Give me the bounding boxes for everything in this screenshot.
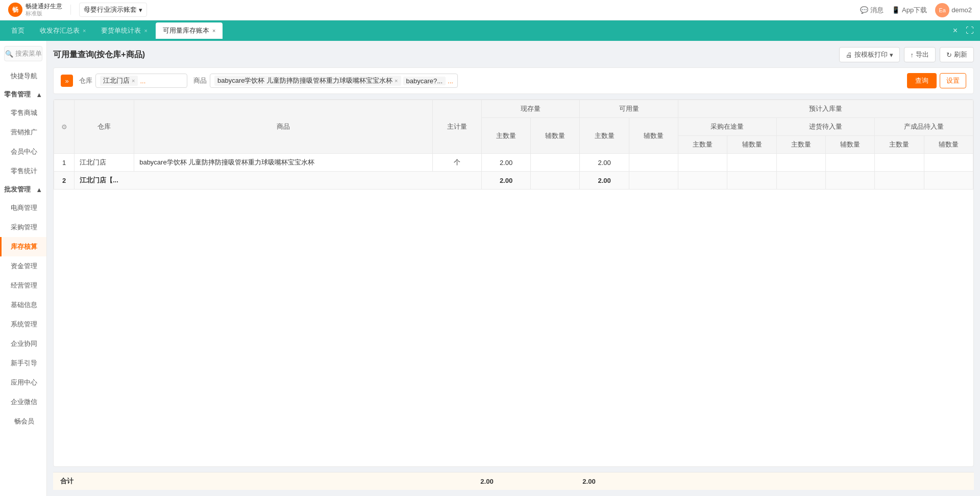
warehouse-tag-close[interactable]: × — [132, 78, 135, 84]
tab-stock-summary-close[interactable]: × — [83, 28, 86, 34]
warehouse-more-btn[interactable]: ... — [140, 77, 145, 85]
export-btn[interactable]: ↑ 导出 — [904, 47, 936, 62]
app-download-btn[interactable]: 📱 App下载 — [892, 6, 927, 15]
col-avail-sub-header: 辅数量 — [629, 118, 678, 154]
sidebar-item-marketing[interactable]: 营销推广 — [0, 123, 46, 142]
logo-icon: 畅 — [8, 3, 22, 17]
row-stock-sub — [531, 154, 580, 172]
subtotal-p5 — [875, 172, 924, 190]
sidebar-item-finance[interactable]: 资金管理 — [0, 256, 46, 276]
tab-available-stock-label: 可用量库存账本 — [163, 26, 209, 35]
close-all-tabs-btn[interactable]: × — [951, 24, 960, 37]
tab-available-stock[interactable]: 可用量库存账本 × — [156, 22, 223, 39]
sidebar-item-retail-mall[interactable]: 零售商城 — [0, 103, 46, 123]
user-area[interactable]: Ea demo2 — [935, 3, 972, 17]
total-avail-main: 2.00 — [569, 478, 609, 485]
logo-area: 畅 畅捷通好生意 标准版 — [8, 3, 62, 17]
settings-icon[interactable]: ⚙ — [61, 123, 67, 131]
col-incoming-sub-header: 辅数量 — [825, 136, 874, 154]
sidebar-item-business[interactable]: 经营管理 — [0, 276, 46, 295]
row-warehouse: 江北门店 — [75, 154, 134, 172]
guide-label: 新手引导 — [11, 359, 37, 367]
row-stock-main: 2.00 — [481, 154, 530, 172]
retail-management-label: 零售管理 — [4, 90, 31, 99]
setting-btn[interactable]: 设置 — [940, 73, 966, 88]
table-footer: 合计 2.00 2.00 — [53, 472, 974, 490]
export-icon: ↑ — [911, 51, 914, 59]
message-icon: 💬 — [860, 6, 868, 14]
sidebar-item-member[interactable]: 畅会员 — [0, 412, 46, 431]
sidebar-search-area: 🔍 搜索菜单 — [0, 41, 46, 66]
warehouse-input[interactable]: 江北门店 × ... — [95, 74, 187, 88]
sidebar-item-guide[interactable]: 新手引导 — [0, 353, 46, 373]
arrow-icon2: ▲ — [36, 186, 42, 194]
search-menu-btn[interactable]: 🔍 搜索菜单 — [4, 46, 42, 61]
query-btn[interactable]: 查询 — [907, 73, 937, 88]
sidebar-item-ecommerce[interactable]: 电商管理 — [0, 198, 46, 218]
filter-expand-btn[interactable]: » — [61, 75, 73, 87]
logo-text-area: 畅捷通好生意 标准版 — [26, 3, 62, 17]
page-actions: 🖨 按模板打印 ▾ ↑ 导出 ↻ 刷新 — [839, 47, 974, 62]
fullscreen-btn[interactable]: ⛶ — [964, 24, 976, 37]
logo-subtext: 标准版 — [26, 10, 62, 17]
col-product-main-header: 主数量 — [875, 136, 924, 154]
col-avail-main-header: 主数量 — [580, 118, 629, 154]
app-center-label: 应用中心 — [11, 379, 37, 386]
avatar: Ea — [935, 3, 949, 17]
member-center-label: 会员中心 — [11, 148, 37, 155]
sidebar-item-wecom[interactable]: 企业微信 — [0, 392, 46, 412]
sidebar-item-retail-management[interactable]: 零售管理 ▲ — [0, 86, 46, 103]
expand-icon: » — [65, 77, 68, 85]
sidebar-item-app-center[interactable]: 应用中心 — [0, 373, 46, 392]
nav-tabs: 首页 收发存汇总表 × 要货单统计表 × 可用量库存账本 × × ⛶ — [0, 20, 980, 41]
row-incoming-sub — [825, 154, 874, 172]
industry-selector[interactable]: 母婴行业演示账套 ▾ — [79, 3, 147, 17]
tab-order-stats[interactable]: 要货单统计表 × — [94, 22, 154, 39]
warehouse-tag: 江北门店 × — [100, 76, 138, 86]
subtotal-avail-sub — [629, 172, 678, 190]
inventory-label: 库存核算 — [11, 243, 37, 250]
subtotal-p3 — [776, 172, 825, 190]
search-icon: 🔍 — [5, 50, 13, 58]
member-label: 畅会员 — [14, 417, 34, 425]
divider — [70, 5, 71, 15]
col-stock-header: 现存量 — [481, 100, 580, 118]
refresh-btn[interactable]: ↻ 刷新 — [940, 47, 974, 62]
table-row: 1 江北门店 babycare学饮杯 儿童防摔防撞吸管杯重力球吸嘴杯宝宝水杯 个… — [54, 154, 973, 172]
col-stock-main-header: 主数量 — [481, 118, 530, 154]
sidebar-item-member-center[interactable]: 会员中心 — [0, 142, 46, 161]
subtotal-avail-main: 2.00 — [580, 172, 629, 190]
sidebar-item-inventory[interactable]: 库存核算 — [0, 237, 46, 256]
product-value1: babycare学饮杯 儿童防摔防撞吸管杯重力球吸嘴杯宝宝水杯 — [217, 76, 393, 85]
sidebar-item-wholesale-management[interactable]: 批发管理 ▲ — [0, 181, 46, 198]
message-btn[interactable]: 💬 消息 — [860, 6, 884, 15]
filter-bar: » 仓库 江北门店 × ... 商品 babycare学饮杯 儿童防摔防撞吸管杯… — [53, 67, 974, 94]
col-settings-header[interactable]: ⚙ — [54, 100, 75, 154]
nav-tabs-actions: × ⛶ — [951, 24, 976, 37]
chevron-down-icon: ▾ — [139, 6, 142, 14]
product-more-btn[interactable]: ... — [448, 77, 453, 85]
col-unit-header: 主计量 — [432, 100, 481, 154]
tab-home[interactable]: 首页 — [4, 22, 32, 39]
product-tag1-close[interactable]: × — [395, 78, 398, 84]
sidebar-item-enterprise[interactable]: 企业协同 — [0, 334, 46, 353]
sidebar-item-quick-nav[interactable]: 快捷导航 — [0, 66, 46, 86]
tab-available-stock-close[interactable]: × — [212, 28, 215, 34]
tab-order-stats-close[interactable]: × — [144, 28, 147, 34]
subtotal-p2 — [727, 172, 776, 190]
print-btn[interactable]: 🖨 按模板打印 ▾ — [839, 47, 900, 62]
sidebar-item-basic-info[interactable]: 基础信息 — [0, 295, 46, 315]
sidebar-item-retail-stats[interactable]: 零售统计 — [0, 161, 46, 181]
col-product-sub-header: 辅数量 — [924, 136, 973, 154]
product-input[interactable]: babycare学饮杯 儿童防摔防撞吸管杯重力球吸嘴杯宝宝水杯 × babyca… — [210, 74, 458, 88]
page-title: 可用量查询(按仓库+商品) — [53, 50, 145, 60]
page-header: 可用量查询(按仓库+商品) 🖨 按模板打印 ▾ ↑ 导出 ↻ 刷新 — [53, 47, 974, 62]
marketing-label: 营销推广 — [11, 128, 37, 136]
col-purchase-sub-header: 辅数量 — [727, 136, 776, 154]
tab-home-label: 首页 — [11, 26, 24, 35]
basic-info-label: 基础信息 — [11, 301, 37, 309]
sidebar-item-system[interactable]: 系统管理 — [0, 315, 46, 334]
sidebar-item-purchase[interactable]: 采购管理 — [0, 218, 46, 237]
tab-stock-summary[interactable]: 收发存汇总表 × — [33, 22, 93, 39]
top-bar: 畅 畅捷通好生意 标准版 母婴行业演示账套 ▾ 💬 消息 📱 App下载 Ea … — [0, 0, 980, 20]
